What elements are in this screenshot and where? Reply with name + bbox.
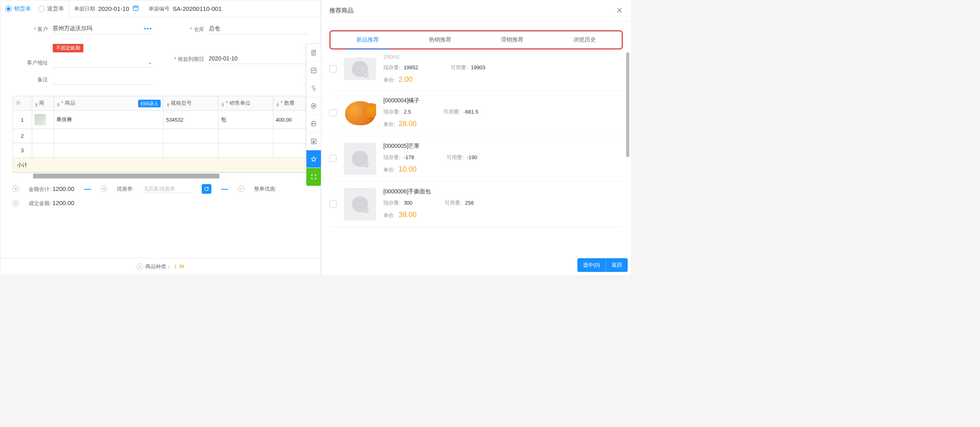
radio-icon xyxy=(5,6,12,12)
header-row: 销货单 退货单 单据日期 2020-01-10 单据编号 SA-20200110… xyxy=(0,0,320,17)
address-select[interactable]: ⌄ xyxy=(53,58,153,68)
warehouse-label: *仓库 xyxy=(169,26,209,33)
table-row[interactable]: 1 果倍爽 534532 包 400.00 xyxy=(13,111,308,129)
kinds-unit: 种 xyxy=(179,263,184,270)
col-settings[interactable] xyxy=(13,96,32,111)
horizontal-scrollbar[interactable] xyxy=(12,174,308,178)
tool-currency-icon[interactable] xyxy=(306,133,321,150)
final-icon: ⊙ xyxy=(12,200,19,207)
product-name: 250mL xyxy=(383,54,623,60)
product-checkbox[interactable] xyxy=(329,65,337,73)
totals-section: ¥ 金额合计: 1200.00 — % 优惠券: 无匹配优惠券 — ✓ 整单优惠… xyxy=(0,178,320,199)
more-icon[interactable]: ••• xyxy=(144,25,153,32)
cell-qty[interactable]: 400.00 xyxy=(273,111,308,129)
col-unit[interactable]: ▲▼*销售单位 xyxy=(218,96,273,111)
side-toolbar xyxy=(306,44,321,186)
col-image[interactable]: ▲▼商 xyxy=(32,96,54,111)
remark-input[interactable] xyxy=(53,75,153,85)
product-image xyxy=(344,97,376,129)
tool-link-icon[interactable] xyxy=(306,79,321,97)
amount-total-value: 1200.00 xyxy=(52,185,74,192)
product-checkbox[interactable] xyxy=(329,109,337,116)
doc-date-field: 单据日期 2020-01-10 xyxy=(69,5,144,13)
tab-browse-history[interactable]: 浏览历史 xyxy=(548,32,621,48)
product-checkbox[interactable] xyxy=(329,200,337,207)
tool-undo-icon[interactable] xyxy=(306,115,321,133)
recommend-tabs: 新品推荐 热销推荐 滞销推荐 浏览历史 xyxy=(329,30,623,50)
recommend-title: 推荐商品 xyxy=(329,7,354,15)
currency-icon: ¥ xyxy=(12,186,19,192)
kinds-value: 1 xyxy=(174,263,177,269)
product-item: [0000006]手撕面包 现存量:300 可用量:256 单价:38.00 xyxy=(329,182,623,227)
product-image xyxy=(344,58,376,80)
doc-number-label: 单据编号 xyxy=(149,5,170,12)
kinds-icon: ≡ xyxy=(136,263,143,270)
back-button[interactable]: 返回 xyxy=(606,258,628,272)
tool-star-icon[interactable] xyxy=(306,150,321,168)
order-type-tabs: 销货单 退货单 xyxy=(0,0,69,17)
col-product[interactable]: ▲▼*商品扫码录入 xyxy=(54,96,163,111)
kinds-label: 商品种类： xyxy=(145,263,172,270)
coupon-label: 优惠券: xyxy=(117,185,134,193)
tool-list-icon[interactable] xyxy=(306,44,321,62)
tool-chart-icon[interactable] xyxy=(306,62,321,79)
customer-label: *客户 xyxy=(12,26,53,33)
items-table: ▲▼商 ▲▼*商品扫码录入 ▲▼规格型号 ▲▼*销售单位 ▲▼*数量 1 果倍爽… xyxy=(12,96,308,173)
cell-thumb xyxy=(32,111,54,129)
tab-new-products[interactable]: 新品推荐 xyxy=(331,32,404,48)
doc-number-value: SA-20200110-001 xyxy=(173,5,222,12)
coupon-input[interactable]: 无匹配优惠券 xyxy=(144,185,192,193)
cell-spec[interactable]: 534532 xyxy=(163,111,218,129)
svg-point-1 xyxy=(17,102,19,104)
tool-exchange-icon[interactable] xyxy=(306,97,321,115)
doc-date-value[interactable]: 2020-01-10 xyxy=(98,5,129,12)
sales-order-panel: 销货单 退货单 单据日期 2020-01-10 单据编号 SA-20200110… xyxy=(0,0,321,275)
tab-slow-products[interactable]: 滞销推荐 xyxy=(476,32,549,48)
table-row[interactable]: 3 xyxy=(13,143,308,158)
tab-sales-order[interactable]: 销货单 xyxy=(5,5,31,12)
selected-count-button[interactable]: 选中(0) xyxy=(577,258,606,272)
product-item: [0000005]芒果 现存量:-178 可用量:-190 单价:10.00 xyxy=(329,136,623,182)
tool-expand-icon[interactable] xyxy=(306,168,321,186)
chevron-down-icon: ⌄ xyxy=(148,59,153,65)
cell-product[interactable]: 果倍爽 xyxy=(54,111,163,129)
tab-label: 销货单 xyxy=(14,5,31,12)
minus-icon: — xyxy=(221,185,228,193)
table-row[interactable]: 2 xyxy=(13,129,308,143)
due-date-value: 2020-01-10 xyxy=(209,55,238,62)
product-item: [0000004]橘子 现存量:2.5 可用量:-681.5 单价:28.00 xyxy=(329,91,623,136)
product-name: [0000006]手撕面包 xyxy=(383,188,623,195)
coupon-icon: % xyxy=(101,186,107,192)
minus-icon: — xyxy=(84,185,91,193)
final-amount-value: 1200.00 xyxy=(52,199,74,206)
recommend-panel: 推荐商品 ✕ 新品推荐 热销推荐 滞销推荐 浏览历史 250mL 现存量:199… xyxy=(321,0,631,275)
cell-unit[interactable]: 包 xyxy=(218,111,273,129)
tab-hot-products[interactable]: 热销推荐 xyxy=(404,32,476,48)
close-icon[interactable]: ✕ xyxy=(616,6,623,15)
product-list[interactable]: 250mL 现存量:19952 可用量:19903 单价:2.00 [00000… xyxy=(321,54,631,275)
subtotal-row: 小计 xyxy=(13,158,308,172)
calendar-icon[interactable] xyxy=(132,5,139,13)
col-spec[interactable]: ▲▼规格型号 xyxy=(163,96,218,111)
warehouse-input[interactable]: 总仓 xyxy=(209,25,309,34)
refresh-coupon-button[interactable] xyxy=(202,184,211,194)
address-label: 客户地址 xyxy=(12,59,53,66)
product-name: [0000004]橘子 xyxy=(383,97,623,104)
order-discount-label: 整单优惠: xyxy=(254,185,277,193)
scan-input-button[interactable]: 扫码录入 xyxy=(138,99,161,107)
vertical-scrollbar[interactable] xyxy=(626,52,629,157)
credit-term-badge: 不固定账期 xyxy=(53,44,83,52)
svg-rect-0 xyxy=(133,6,138,10)
customer-input[interactable]: 苏州万达沃尔玛 ••• xyxy=(53,25,153,34)
form-area: *客户 苏州万达沃尔玛 ••• 不固定账期 客户地址 ⌄ xyxy=(0,17,320,96)
col-qty[interactable]: ▲▼*数量 xyxy=(273,96,308,111)
recommend-footer: 选中(0) 返回 xyxy=(577,258,628,272)
product-name: [0000005]芒果 xyxy=(383,143,623,150)
product-checkbox[interactable] xyxy=(329,155,337,162)
product-image xyxy=(344,188,376,220)
product-image xyxy=(344,143,376,175)
tab-return-order[interactable]: 退货单 xyxy=(38,5,64,12)
due-date-input[interactable]: 2020-01-10 xyxy=(209,54,309,64)
amount-total-label: 金额合计: xyxy=(29,186,51,192)
doc-date-label: 单据日期 xyxy=(74,5,95,12)
